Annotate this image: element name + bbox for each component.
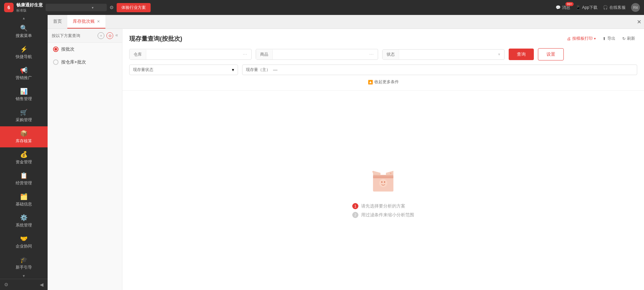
sidebar-item-inventory[interactable]: 📦 库存核算 (0, 126, 48, 147)
inventory-status-label: 现存量状态 (133, 67, 231, 73)
empty-state: ✦ ✦ 1 请先选择要分析的方案 2 用过滤条件来缩小分析范围 (122, 91, 644, 290)
scheme-item-by-batch[interactable]: 按批次 (48, 43, 122, 56)
hint-num-1: 1 (352, 203, 358, 209)
empty-box-svg: ✦ ✦ (366, 163, 400, 197)
message-icon: 💬 (556, 5, 561, 10)
export-label: 导出 (607, 36, 615, 41)
empty-icon-wrap: ✦ ✦ (366, 163, 400, 198)
export-icon: ⬆ (603, 36, 606, 41)
sidebar-item-label: 营销推广 (16, 75, 32, 81)
message-badge: 99+ (565, 2, 573, 6)
main-layout: ▲ 🔍 搜索菜单 ⚡ 快捷导航 📢 营销推广 📊 销售管理 🛒 采购管理 (0, 15, 644, 290)
query-button[interactable]: 查询 (509, 49, 534, 60)
warehouse-filter: 仓库 ··· (129, 49, 252, 60)
search-icon: 🔍 (20, 24, 28, 32)
export-button[interactable]: ⬆ 导出 (600, 34, 617, 43)
sidebar-item-enterprise[interactable]: 🤝 企业协同 (0, 232, 48, 253)
status-input[interactable] (402, 52, 497, 57)
sidebar-scroll-up[interactable]: ▲ (0, 15, 48, 21)
tab-batch-account[interactable]: 库存批次账 ✕ (67, 15, 105, 29)
sidebar-scroll-down[interactable]: ▼ (0, 273, 48, 279)
collapse-more-button[interactable]: 🔼 收起更多条件 (368, 79, 399, 85)
empty-hint-1-text: 请先选择要分析的方案 (361, 203, 405, 209)
sidebar-item-label: 经营管理 (16, 180, 32, 186)
print-icon: 🖨 (567, 36, 571, 41)
finance-icon: 💰 (20, 151, 28, 158)
status-chevron-icon[interactable]: ▾ (497, 50, 502, 59)
search-input[interactable] (49, 5, 90, 10)
sidebar-item-system[interactable]: ⚙️ 系统管理 (0, 211, 48, 232)
sidebar-item-finance[interactable]: 💰 资金管理 (0, 147, 48, 168)
quick-nav-icon: ⚡ (20, 46, 28, 53)
sidebar-item-operations[interactable]: 📋 经营管理 (0, 168, 48, 189)
sidebar-item-quick-nav[interactable]: ⚡ 快捷导航 (0, 42, 48, 63)
refresh-button[interactable]: ↻ 刷新 (620, 34, 637, 43)
avatar: Rit (631, 3, 640, 12)
product-input[interactable] (275, 52, 368, 57)
tab-close-icon[interactable]: ✕ (97, 19, 100, 24)
scheme-label-by-batch: 按批次 (61, 46, 74, 52)
collapse-sidebar-icon[interactable]: ◀ (40, 282, 44, 287)
warehouse-input-wrap: ··· (146, 49, 251, 59)
tab-home[interactable]: 首页 (48, 15, 67, 29)
app-name: 畅康通好生意 (16, 2, 43, 8)
app-name-wrap: 畅康通好生意 标准版 (16, 2, 43, 13)
app-logo: 6 (4, 3, 14, 12)
warehouse-dots[interactable]: ··· (241, 49, 249, 59)
sidebar-item-sales[interactable]: 📊 销售管理 (0, 84, 48, 105)
trial-button[interactable]: 体验行业方案 (117, 3, 151, 12)
left-panel: 按以下方案查询 + ⊙ « 按批次 按仓库+批次 (48, 29, 122, 290)
svg-text:✦: ✦ (372, 170, 374, 174)
tab-home-label: 首页 (53, 18, 62, 24)
sidebar-item-marketing[interactable]: 📢 营销推广 (0, 63, 48, 84)
print-button[interactable]: 🖨 按模板打印 ▾ (565, 34, 598, 43)
online-service-item[interactable]: 🎧 在线客服 (603, 5, 626, 11)
filter-settings-button[interactable]: 设置 (538, 48, 564, 60)
scheme-item-by-warehouse-batch[interactable]: 按仓库+批次 (48, 56, 122, 69)
sidebar-item-purchase[interactable]: 🛒 采购管理 (0, 105, 48, 126)
sidebar-item-label: 采购管理 (16, 117, 32, 123)
product-filter: 商品 ··· (256, 49, 378, 60)
sidebar-item-label: 系统管理 (16, 222, 32, 228)
sidebar-item-label: 企业协同 (16, 243, 32, 249)
sidebar-item-search[interactable]: 🔍 搜索菜单 (0, 21, 48, 42)
tab-bar: 首页 库存批次账 ✕ ✕ (48, 15, 644, 29)
print-chevron-icon: ▾ (594, 37, 596, 40)
inventory-icon: 📦 (20, 130, 28, 137)
filter-row-1: 仓库 ··· 商品 ··· (129, 48, 637, 60)
product-dots[interactable]: ··· (368, 49, 375, 59)
page-title-text: 现存量查询(按批次) (129, 35, 182, 43)
page-title: 现存量查询(按批次) 🖨 按模板打印 ▾ ⬆ 导出 (129, 34, 637, 43)
status-input-wrap: ▾ (399, 50, 504, 59)
add-scheme-button[interactable]: + (98, 32, 104, 39)
sidebar-item-newcomer[interactable]: 🎓 新手引导 (0, 253, 48, 273)
user-avatar-item[interactable]: Rit (631, 3, 640, 12)
system-icon: ⚙️ (20, 214, 28, 221)
top-bar-right: 💬 消息 99+ 📱 App下载 🎧 在线客服 Rit (556, 3, 640, 12)
scheme-radio-by-batch (53, 47, 58, 52)
sidebar-items: 🔍 搜索菜单 ⚡ 快捷导航 📢 营销推广 📊 销售管理 🛒 采购管理 📦 (0, 21, 48, 273)
hint-num-2: 2 (352, 212, 358, 218)
status-label: 状态 (383, 50, 399, 59)
message-item[interactable]: 💬 消息 99+ (556, 5, 570, 11)
sidebar-item-basic[interactable]: 🗂️ 基础信息 (0, 189, 48, 211)
inventory-status-filter[interactable]: 现存量状态 ▾ (129, 65, 238, 75)
operations-icon: 📋 (20, 172, 28, 179)
collapse-more-wrap: 🔼 收起更多条件 (129, 78, 637, 88)
app-download-item[interactable]: 📱 App下载 (576, 5, 597, 11)
svg-point-2 (379, 179, 387, 187)
warehouse-input[interactable] (149, 52, 241, 57)
sales-icon: 📊 (20, 88, 28, 95)
empty-hint-2-text: 用过滤条件来缩小分析范围 (361, 212, 414, 218)
inventory-quantity-label: 现存量（主） (246, 67, 270, 73)
collapse-left-panel-button[interactable]: « (115, 32, 118, 39)
search-bar-wrap[interactable]: ▾ (46, 4, 107, 11)
scheme-settings-button[interactable]: ⊙ (106, 32, 113, 39)
settings-icon[interactable]: ⚙ (4, 282, 9, 287)
scheme-label-by-warehouse-batch: 按仓库+批次 (61, 59, 86, 65)
empty-hint-1: 1 请先选择要分析的方案 (352, 203, 414, 209)
close-panel-button[interactable]: ✕ (637, 19, 641, 25)
sidebar-item-label: 快捷导航 (16, 54, 32, 60)
gear-icon[interactable]: ⚙ (109, 5, 114, 10)
newcomer-icon: 🎓 (20, 256, 28, 264)
